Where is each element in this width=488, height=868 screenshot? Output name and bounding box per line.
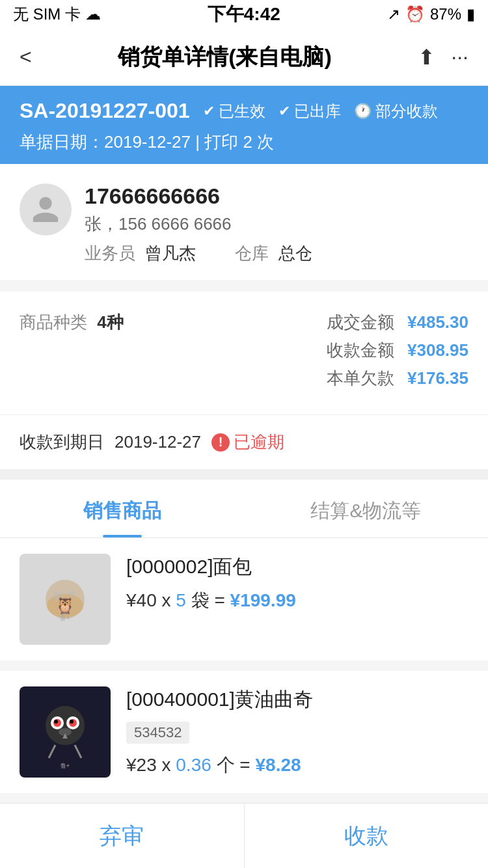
salesperson-label: 业务员: [85, 243, 135, 263]
more-button[interactable]: ···: [451, 45, 468, 69]
bread-image: 🦉 鲁+: [39, 573, 91, 625]
product-thumbnail-2: 鲁+: [20, 686, 111, 778]
warehouse-field: 仓库 总仓: [235, 242, 312, 265]
header-banner: SA-20191227-001 ✔ 已生效 ✔ 已出库 🕐 部分收款 单据日期：…: [0, 86, 488, 164]
svg-text:鲁+: 鲁+: [60, 614, 70, 621]
overdue-text: 已逾期: [234, 431, 284, 454]
product-sku-2: 534532: [126, 722, 189, 744]
amount-value: ¥485.30: [407, 312, 468, 332]
stats-section: 商品种类 4种 成交金额 ¥485.30 收款金额 ¥308.95 本单欠款 ¥…: [0, 292, 488, 415]
clock-icon: 🕐: [354, 103, 372, 120]
order-number: SA-20191227-001: [20, 99, 190, 123]
badge-effective-text: 已生效: [219, 101, 265, 122]
check-icon-1: ✔: [203, 103, 215, 120]
battery-level: 87%: [430, 5, 461, 23]
due-label: 收款到期日: [20, 431, 104, 454]
tabs: 销售商品 结算&物流等: [0, 480, 488, 538]
product-total-2: ¥8.28: [255, 755, 301, 775]
battery-icon: ▮: [467, 5, 475, 23]
badge-shipped-text: 已出库: [294, 101, 341, 122]
location-icon: ↗: [387, 5, 400, 23]
overdue-badge: ! 已逾期: [211, 431, 284, 454]
stats-right: 成交金额 ¥485.30 收款金额 ¥308.95 本单欠款 ¥176.35: [327, 311, 468, 395]
warehouse-label: 仓库: [235, 243, 269, 263]
product-price-2: ¥23 x 0.36 个 = ¥8.28: [126, 753, 468, 778]
alarm-icon: ⏰: [405, 5, 425, 23]
salesperson-field: 业务员 曾凡杰: [85, 242, 196, 265]
tab-settlement[interactable]: 结算&物流等: [244, 480, 488, 537]
badge-effective: ✔ 已生效: [203, 101, 265, 122]
banner-date-line: 单据日期：2019-12-27 | 打印 2 次: [20, 131, 468, 154]
svg-text:🦉: 🦉: [55, 596, 75, 615]
customer-id: 17666666666: [85, 183, 468, 209]
avatar: [20, 183, 72, 236]
salesperson-value: 曾凡杰: [145, 243, 196, 263]
status-time: 下午4:42: [208, 2, 280, 27]
product-code-1: [0000002]: [126, 556, 213, 577]
customer-info: 17666666666 张，156 6666 6666 业务员 曾凡杰 仓库 总…: [85, 183, 468, 265]
nav-bar: < 销货单详情(来自电脑) ⬆ ···: [0, 29, 488, 86]
svg-text:鲁+: 鲁+: [61, 763, 70, 769]
due-section: 收款到期日 2019-12-27 ! 已逾期: [0, 415, 488, 480]
received-row: 收款金额 ¥308.95: [327, 339, 468, 362]
badge-partial-text: 部分收款: [375, 101, 438, 122]
type-value: 4种: [97, 312, 123, 332]
status-right: ↗ ⏰ 87% ▮: [387, 5, 475, 23]
product-item: 🦉 鲁+ [0000002]面包 ¥40 x 5 袋 = ¥199.99: [0, 538, 488, 660]
owed-value: ¥176.35: [407, 368, 468, 388]
bottom-bar: 弃审 收款: [0, 803, 488, 868]
product-name-1: [0000002]面包: [126, 554, 468, 580]
status-bar: 无 SIM 卡 ☁ 下午4:42 ↗ ⏰ 87% ▮: [0, 0, 488, 29]
stats-left: 商品种类 4种: [20, 311, 124, 334]
product-code-2: [000400001]: [126, 688, 235, 710]
product-qty-1: 5: [176, 590, 186, 610]
confirm-button[interactable]: 收款: [245, 804, 489, 868]
product-qty-2: 0.36: [176, 755, 211, 775]
avatar-icon: [30, 194, 61, 225]
customer-meta: 业务员 曾凡杰 仓库 总仓: [85, 242, 468, 265]
owl-image: 鲁+: [26, 693, 104, 771]
amount-row: 成交金额 ¥485.30: [327, 311, 468, 334]
badge-partial: 🕐 部分收款: [354, 101, 438, 122]
product-thumbnail-1: 🦉 鲁+: [20, 554, 111, 645]
product-total-1: ¥199.99: [230, 590, 296, 610]
banner-row1: SA-20191227-001 ✔ 已生效 ✔ 已出库 🕐 部分收款: [20, 99, 468, 123]
customer-section: 17666666666 张，156 6666 6666 业务员 曾凡杰 仓库 总…: [0, 164, 488, 281]
type-label: 商品种类: [20, 312, 87, 332]
received-label: 收款金额: [327, 339, 394, 362]
product-price-1: ¥40 x 5 袋 = ¥199.99: [126, 588, 468, 613]
badge-shipped: ✔ 已出库: [278, 101, 341, 122]
sim-status: 无 SIM 卡 ☁: [13, 4, 101, 25]
product-list: 🦉 鲁+ [0000002]面包 ¥40 x 5 袋 = ¥199.99: [0, 538, 488, 793]
due-date: 2019-12-27: [115, 432, 201, 452]
nav-right: ⬆ ···: [418, 45, 468, 70]
overdue-icon: !: [211, 433, 230, 452]
svg-point-12: [54, 720, 58, 724]
warehouse-value: 总仓: [278, 243, 312, 263]
nav-left: <: [20, 45, 32, 69]
amount-label: 成交金额: [327, 311, 394, 334]
product-name-2: [000400001]黄油曲奇: [126, 686, 468, 713]
customer-name-phone: 张，156 6666 6666: [85, 213, 468, 236]
received-value: ¥308.95: [407, 340, 468, 360]
product-item-2: 鲁+ [000400001]黄油曲奇 534532 ¥23 x 0.36 个 =…: [0, 671, 488, 793]
owed-row: 本单欠款 ¥176.35: [327, 367, 468, 390]
owed-label: 本单欠款: [327, 367, 394, 390]
check-icon-2: ✔: [278, 103, 290, 120]
product-info-2: [000400001]黄油曲奇 534532 ¥23 x 0.36 个 = ¥8…: [126, 686, 468, 778]
share-button[interactable]: ⬆: [418, 45, 435, 70]
back-button[interactable]: <: [20, 45, 32, 69]
page-title: 销货单详情(来自电脑): [118, 42, 332, 72]
svg-point-13: [70, 720, 74, 724]
product-info-1: [0000002]面包 ¥40 x 5 袋 = ¥199.99: [126, 554, 468, 613]
status-left: 无 SIM 卡 ☁: [13, 4, 101, 25]
tab-sales-goods[interactable]: 销售商品: [0, 480, 244, 537]
cancel-button[interactable]: 弃审: [0, 804, 245, 868]
